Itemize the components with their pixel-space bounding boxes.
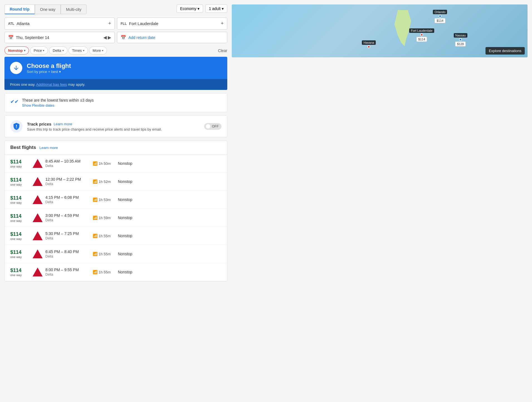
multi-city-button[interactable]: Multi-city	[61, 4, 87, 14]
flight-duration: 1h 59m	[99, 216, 111, 220]
return-date-field[interactable]: 📅 Add return date	[117, 32, 227, 43]
flight-wifi: 📶 1h 59m	[93, 215, 115, 220]
flight-duration: 1h 52m	[99, 180, 111, 184]
track-prices-learn-more-link[interactable]: Learn more	[54, 122, 72, 126]
flight-wifi: 📶 1h 52m	[93, 179, 115, 184]
flight-row[interactable]: $114 one way 4:15 PM – 6:08 PM Delta 📶 1…	[5, 191, 227, 209]
flight-airline-name: Delta	[45, 164, 90, 168]
flight-row[interactable]: $114 one way 6:45 PM – 8:40 PM Delta 📶 1…	[5, 245, 227, 263]
passengers-label: 1 adult	[209, 6, 221, 11]
florida-shape	[394, 10, 411, 46]
flight-time-range: 8:45 AM – 10:35 AM	[45, 159, 90, 163]
flight-time-range: 4:15 PM – 6:08 PM	[45, 195, 90, 200]
map-pin-label: Havana	[362, 40, 376, 45]
price-filter[interactable]: Price ▾	[30, 46, 48, 55]
flight-duration: 1h 55m	[99, 252, 111, 256]
choose-sort-label[interactable]: Sort by price + best ▾	[27, 70, 71, 74]
filter-bar: Nonstop ▾ Price ▾ Delta ▾ Times ▾ More ▾…	[4, 46, 227, 55]
times-filter[interactable]: Times ▾	[69, 46, 88, 55]
date-prev-button[interactable]: ◀	[103, 35, 107, 40]
airline-logo	[33, 195, 43, 205]
explore-destinations-button[interactable]: Explore destinations	[485, 47, 525, 55]
flight-wifi: 📶 1h 50m	[93, 161, 115, 166]
flight-row[interactable]: $114 one way 5:30 PM – 7:25 PM Delta 📶 1…	[5, 227, 227, 245]
origin-field[interactable]: ATL Atlanta +	[4, 18, 115, 30]
flight-times: 5:30 PM – 7:25 PM Delta	[45, 231, 90, 240]
round-trip-button[interactable]: Round trip	[4, 4, 35, 14]
flight-stops: Nonstop	[118, 161, 140, 166]
map-pin-label: Orlando	[433, 10, 447, 14]
more-chevron-icon: ▾	[102, 49, 103, 52]
map-pin[interactable]: Orlando $114	[433, 10, 447, 23]
flight-row[interactable]: $114 one way 12:30 PM – 2:22 PM Delta 📶 …	[5, 173, 227, 191]
flexible-dates-box: ✔✔ These are the lowest fares within ±3 …	[4, 93, 227, 112]
delta-filter[interactable]: Delta ▾	[49, 46, 67, 55]
nonstop-label: Nonstop	[8, 48, 23, 53]
choose-flight-title: Choose a flight	[27, 62, 71, 70]
class-select[interactable]: Economy ▾	[177, 4, 203, 13]
origin-add-button[interactable]: +	[108, 21, 111, 26]
more-filter[interactable]: More ▾	[89, 46, 107, 55]
toggle-label: OFF	[212, 124, 219, 128]
date-nav: ◀ ▶	[103, 35, 111, 40]
map-pin[interactable]: Havana	[362, 40, 376, 49]
times-chevron-icon: ▾	[83, 49, 84, 52]
track-prices-toggle[interactable]: OFF	[204, 123, 221, 130]
flight-stops: Nonstop	[118, 234, 140, 238]
one-way-button[interactable]: One way	[35, 4, 61, 14]
bag-fees-link[interactable]: Additional bag fees	[36, 82, 67, 87]
flight-price: $114 one way	[10, 195, 30, 204]
destination-add-button[interactable]: +	[221, 21, 224, 26]
choose-flight-text: Choose a flight Sort by price + best ▾	[27, 62, 71, 74]
best-flights-section: Best flights Learn more $114 one way 8:4…	[4, 141, 227, 281]
flight-wifi: 📶 1h 55m	[93, 252, 115, 256]
choose-flight-header: Choose a flight Sort by price + best ▾	[4, 57, 227, 79]
departure-date-field[interactable]: 📅 Thu, September 14 ◀ ▶	[4, 32, 115, 43]
airline-logo	[33, 213, 43, 223]
wifi-icon: 📶	[93, 179, 97, 184]
right-panel: Orlando $114 Fort Lauderdale $114 Nassau…	[232, 4, 528, 281]
flex-dates-text: These are the lowest fares within ±3 day…	[22, 98, 94, 107]
flight-price: $114 one way	[10, 249, 30, 259]
passengers-select[interactable]: 1 adult ▾	[205, 4, 227, 13]
choose-flight-icon	[10, 62, 22, 74]
flight-time-range: 12:30 PM – 2:22 PM	[45, 177, 90, 182]
flight-stops: Nonstop	[118, 197, 140, 202]
map-pin[interactable]: Fort Lauderdale $114	[409, 28, 434, 42]
clear-filters-button[interactable]: Clear	[218, 48, 227, 53]
flight-airline-name: Delta	[45, 218, 90, 222]
destination-city: Fort Lauderdale	[129, 21, 158, 26]
map-pin[interactable]: Nassau $128	[454, 33, 467, 46]
nonstop-filter[interactable]: Nonstop ▾	[4, 46, 29, 55]
flight-wifi: 📶 1h 55m	[93, 234, 115, 238]
flight-duration: 1h 53m	[99, 198, 111, 202]
calendar-return-icon: 📅	[121, 35, 126, 40]
trip-type-bar: Round trip One way Multi-city	[4, 4, 87, 14]
flight-time-range: 3:00 PM – 4:59 PM	[45, 213, 90, 218]
best-flights-learn-more-link[interactable]: Learn more	[40, 146, 58, 150]
map-background: Orlando $114 Fort Lauderdale $114 Nassau…	[232, 4, 528, 57]
flight-airline-name: Delta	[45, 200, 90, 204]
flight-row[interactable]: $114 one way 8:00 PM – 9:55 PM Delta 📶 1…	[5, 263, 227, 281]
flight-times: 8:45 AM – 10:35 AM Delta	[45, 159, 90, 168]
flight-time-range: 8:00 PM – 9:55 PM	[45, 268, 90, 272]
map-pin-label: Nassau	[454, 33, 467, 38]
flight-row[interactable]: $114 one way 3:00 PM – 4:59 PM Delta 📶 1…	[5, 209, 227, 227]
wifi-icon: 📶	[93, 161, 97, 166]
destination-field[interactable]: FLL Fort Lauderdale +	[117, 18, 227, 30]
flights-list: $114 one way 8:45 AM – 10:35 AM Delta 📶 …	[5, 155, 227, 281]
nonstop-chevron-icon: ▾	[24, 49, 25, 52]
flight-airline-name: Delta	[45, 254, 90, 258]
price-label: one way	[10, 201, 30, 204]
price-label: one way	[10, 219, 30, 222]
price-amount: $114	[10, 177, 30, 183]
prices-note-text: Prices one way.	[10, 82, 35, 87]
flight-times: 8:00 PM – 9:55 PM Delta	[45, 268, 90, 276]
delta-label: Delta	[53, 48, 61, 53]
date-next-button[interactable]: ▶	[108, 35, 111, 40]
price-amount: $114	[10, 268, 30, 273]
show-flexible-dates-link[interactable]: Show Flexible dates	[22, 103, 54, 107]
flight-row[interactable]: $114 one way 8:45 AM – 10:35 AM Delta 📶 …	[5, 155, 227, 173]
flight-price: $114 one way	[10, 231, 30, 241]
more-label: More	[93, 48, 101, 53]
